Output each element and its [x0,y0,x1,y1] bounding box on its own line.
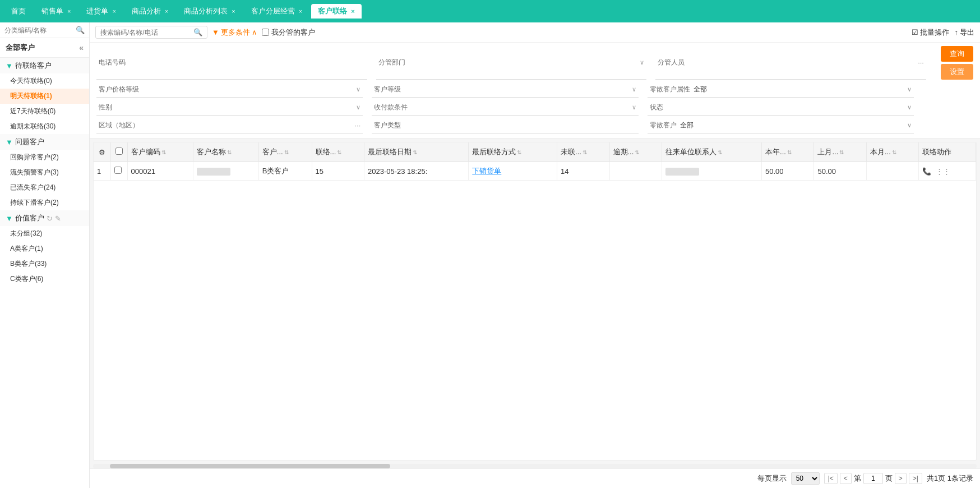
status-arrow[interactable]: ∨ [907,104,912,111]
query-button[interactable]: 查询 [941,46,973,62]
sort-month-icon[interactable]: ⇅ [892,149,896,155]
nav-item-customer-contact[interactable]: 客户联络 × [311,4,361,19]
batch-ops-btn[interactable]: ☑ 批量操作 [912,27,949,38]
scrollbar-thumb[interactable] [110,464,390,468]
sort-year-icon[interactable]: ⇅ [787,149,792,155]
sidebar-item-a-class[interactable]: A类客户(1) [0,241,89,256]
td-last-contact-date: 2023-05-23 18:25: [364,162,469,181]
retail-customer-arrow[interactable]: ∨ [907,122,912,129]
set-button[interactable]: 设置 [941,64,973,80]
sidebar-search-input[interactable] [4,26,73,34]
value-refresh-icon[interactable]: ↻ [47,214,53,223]
sidebar-item-today[interactable]: 今天待联络(0) [0,73,89,89]
search-icon[interactable]: 🔍 [193,28,202,36]
gender-label: 性别 [99,103,112,112]
select-all-checkbox[interactable] [115,148,123,155]
sort-code-icon[interactable]: ⇅ [161,149,166,155]
th-last-contact-method: 最后联络方式 ⇅ [469,142,557,162]
sort-method-icon[interactable]: ⇅ [517,149,521,155]
th-check[interactable] [110,142,127,162]
payment-arrow[interactable]: ∨ [632,104,636,111]
retail-attr-arrow[interactable]: ∨ [907,86,912,93]
customer-level-arrow[interactable]: ∨ [632,86,636,93]
th-last-month: 上月... ⇅ [814,142,866,162]
sort-contacts-icon[interactable]: ⇅ [337,149,341,155]
last-page-btn[interactable]: >| [909,473,922,484]
td-uncontacted: 14 [557,162,609,181]
manager-dots-icon[interactable]: ··· [918,58,924,67]
filter-retail-customer: 零散客户 全部 ∨ [648,118,914,133]
sidebar-group-value[interactable]: ▼ 价值客户 ↻ ✎ [0,210,89,226]
region-dots-icon[interactable]: ··· [354,121,360,130]
th-settings[interactable]: ⚙ [94,142,110,162]
row-checkbox[interactable] [114,167,122,174]
sidebar-group-problem[interactable]: ▼ 问题客户 [0,134,89,150]
my-customers-filter: 我分管的客户 [262,27,315,38]
horizontal-scrollbar[interactable] [93,464,977,468]
sidebar-item-overdue[interactable]: 逾期未联络(30) [0,119,89,134]
close-sales-icon[interactable]: × [67,8,71,15]
sidebar-item-b-class[interactable]: B类客户(33) [0,256,89,271]
sidebar-item-ungrouped[interactable]: 未分组(32) [0,226,89,241]
per-page-select[interactable]: 50 100 200 [791,472,820,485]
close-purchase-icon[interactable]: × [112,8,115,15]
td-last-contact-method[interactable]: 下销货单 [469,162,557,181]
prev-page-btn[interactable]: < [840,473,852,484]
my-customers-checkbox[interactable] [262,29,269,36]
td-contacts: 15 [312,162,364,181]
more-conditions-btn[interactable]: ▼ 更多条件 ∧ [212,27,257,38]
sidebar-item-churned[interactable]: 已流失客户(24) [0,180,89,195]
region-label: 区域（地区） [99,121,139,130]
filter-phone: 电话号码 [96,46,367,80]
nav-item-sales[interactable]: 销售单 × [35,4,77,19]
dept-arrow-icon[interactable]: ∨ [640,59,644,66]
sidebar-item-churn-warning[interactable]: 流失预警客户(3) [0,165,89,180]
sort-date-icon[interactable]: ⇅ [413,149,417,155]
td-overdue [609,162,662,181]
page-input[interactable] [863,473,883,484]
page-label: 第 [854,473,861,484]
sidebar-item-7days[interactable]: 近7天待联络(0) [0,104,89,119]
group-arrow-value: ▼ [6,214,13,223]
value-edit-icon[interactable]: ✎ [55,214,61,223]
sidebar-group-pending[interactable]: ▼ 待联络客户 [0,58,89,73]
sidebar-item-c-class[interactable]: C类客户(6) [0,271,89,287]
retail-customer-value: 全部 [680,121,907,130]
close-analysis-icon[interactable]: × [165,8,168,15]
sidebar-collapse-icon[interactable]: « [79,43,84,52]
action-more-icon[interactable]: ⋮⋮ [936,167,950,176]
nav-home[interactable]: 首页 [4,4,33,19]
sort-name-icon[interactable]: ⇅ [227,149,232,155]
sort-lmonth-icon[interactable]: ⇅ [839,149,844,155]
action-phone-icon[interactable]: 📞 [922,167,931,176]
sidebar-item-tomorrow[interactable]: 明天待联络(1) [0,89,89,104]
sort-category-icon[interactable]: ⇅ [284,149,289,155]
last-contact-link[interactable]: 下销货单 [472,167,501,175]
sidebar-item-declining[interactable]: 持续下滑客户(2) [0,195,89,210]
close-stratify-icon[interactable]: × [299,8,302,15]
next-page-btn[interactable]: > [895,473,907,484]
td-checkbox[interactable] [110,162,127,181]
sidebar-search-icon[interactable]: 🔍 [76,26,85,34]
nav-item-analysis[interactable]: 商品分析 × [125,4,175,19]
nav-item-customer-stratify[interactable]: 客户分层经营 × [244,4,309,19]
close-contact-icon[interactable]: × [351,8,354,15]
export-btn[interactable]: ↑ 导出 [955,27,975,38]
close-analysis-list-icon[interactable]: × [232,8,235,15]
price-level-arrow[interactable]: ∨ [356,86,360,93]
sidebar-item-repurchase-abnormal[interactable]: 回购异常客户(2) [0,150,89,165]
gender-arrow[interactable]: ∨ [356,104,360,111]
nav-item-analysis-list[interactable]: 商品分析列表 × [177,4,242,19]
customer-type-label: 客户类型 [374,121,401,130]
phone-label: 电话号码 [99,58,126,67]
settings-icon[interactable]: ⚙ [99,148,105,156]
first-page-btn[interactable]: |< [824,473,838,484]
search-input[interactable] [100,29,193,36]
top-navigation: 首页 销售单 × 进货单 × 商品分析 × 商品分析列表 × 客户分层经营 × … [0,0,980,22]
nav-item-purchase[interactable]: 进货单 × [80,4,122,19]
sidebar-all-customers[interactable]: 全部客户 « [0,38,89,58]
sort-uncontacted-icon[interactable]: ⇅ [583,149,587,155]
filter-retail-attr: 零散客户属性 全部 ∨ [648,82,914,98]
sort-unit-icon[interactable]: ⇅ [718,149,722,155]
sort-overdue-icon[interactable]: ⇅ [635,149,639,155]
